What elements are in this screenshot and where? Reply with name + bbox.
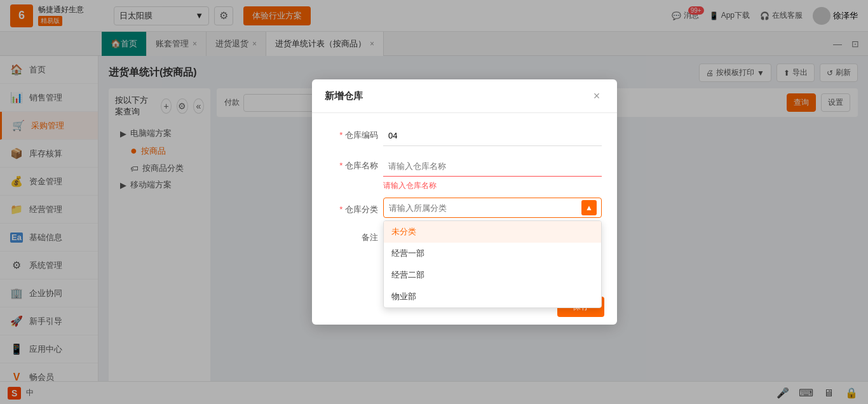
- category-input[interactable]: [383, 198, 602, 218]
- name-label: 仓库名称: [327, 156, 378, 172]
- category-form-row: 仓库分类 ▲ 未分类 经营一部 经营二部 物业部: [327, 198, 602, 218]
- modal-title: 新增仓库: [325, 90, 363, 102]
- note-label: 备注: [327, 228, 378, 243]
- code-form-row: 仓库编码: [327, 126, 602, 146]
- category-dropdown-arrow[interactable]: ▲: [581, 200, 597, 215]
- category-label: 仓库分类: [327, 200, 378, 215]
- dropdown-item-dept1[interactable]: 经营一部: [384, 243, 601, 264]
- name-form-row: 仓库名称: [327, 156, 602, 177]
- dropdown-item-dept3[interactable]: 物业部: [384, 286, 601, 307]
- code-label: 仓库编码: [327, 126, 378, 141]
- dropdown-item-uncategorized[interactable]: 未分类: [384, 221, 601, 243]
- category-select-wrapper: ▲ 未分类 经营一部 经营二部 物业部: [383, 198, 602, 218]
- modal-body: 仓库编码 仓库名称 请输入仓库名称 仓库分类 ▲ 未分类 经营一部 经营二部 物…: [312, 113, 617, 289]
- dropdown-item-dept2[interactable]: 经营二部: [384, 264, 601, 286]
- modal-header: 新增仓库 ×: [312, 79, 617, 113]
- code-input[interactable]: [383, 126, 602, 146]
- category-dropdown: 未分类 经营一部 经营二部 物业部: [383, 220, 602, 308]
- name-error-message: 请输入仓库名称: [327, 180, 602, 191]
- new-warehouse-modal: 新增仓库 × 仓库编码 仓库名称 请输入仓库名称 仓库分类 ▲ 未分类 经营一部: [312, 79, 617, 325]
- name-input[interactable]: [383, 156, 602, 177]
- modal-close-button[interactable]: ×: [589, 88, 604, 104]
